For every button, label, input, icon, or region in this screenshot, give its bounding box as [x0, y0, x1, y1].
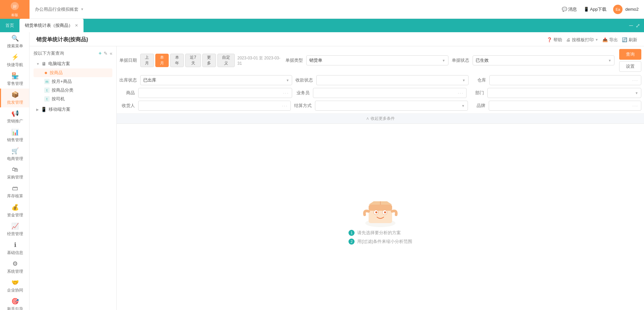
receiver-input[interactable]: ··· — [138, 101, 291, 111]
date-filter-group: 上月 本月 本年 近7天 更多 自定义 2023-03-01 至 2023-03… — [140, 54, 282, 67]
tree-item-by-month-goods[interactable]: m 按月+商品 — [34, 77, 112, 86]
query-btn-group: 查询 设置 — [616, 49, 641, 72]
settle-dropdown-icon: ▼ — [462, 104, 465, 108]
tab-sales-stat[interactable]: 销货单统计表（按商品） ✕ — [19, 19, 84, 32]
export-icon: 📤 — [602, 37, 608, 42]
driver-icon: t — [44, 96, 50, 102]
sidebar-item-finance[interactable]: 💰 资金管理 — [0, 201, 29, 220]
search-icon: 🔍 — [11, 35, 19, 42]
date-btn-this-month[interactable]: 本月 — [155, 54, 169, 67]
collab-icon: 🤝 — [11, 279, 19, 286]
collapse-panel-btn[interactable]: « — [110, 51, 112, 56]
sidebar-item-inventory[interactable]: 🗃 库存核算 — [0, 183, 29, 201]
sidebar-item-system[interactable]: ⚙ 系统管理 — [0, 258, 29, 276]
tab-minimize-icon[interactable]: ─ — [629, 22, 633, 29]
page-title: 销货单统计表(按商品) — [36, 36, 88, 43]
out-select[interactable]: 已出库 ▼ — [140, 75, 292, 85]
sidebar-item-ecommerce[interactable]: 🛒 电商管理 — [0, 145, 29, 164]
settle-label: 结算方式 — [293, 103, 313, 109]
tab-home[interactable]: 首页 — [0, 19, 19, 32]
tree-group-mobile: ▶ 📱 移动端方案 — [34, 105, 112, 114]
print-btn[interactable]: 🖨 按模板打印 ▼ — [566, 37, 598, 43]
hint-num-2: 2 — [348, 239, 355, 245]
logo-area: 好 标版 — [0, 0, 30, 19]
warehouse-select[interactable]: ··· — [489, 75, 641, 85]
month-goods-icon: m — [44, 79, 50, 84]
dropdown-arrow-icon[interactable]: ▼ — [80, 7, 84, 11]
print-dropdown-icon[interactable]: ▼ — [595, 38, 598, 42]
sidebar-item-operations[interactable]: 📈 经营管理 — [0, 220, 29, 239]
staff-label: 业务员 — [294, 90, 311, 96]
sidebar-item-search[interactable]: 🔍 搜索菜单 — [0, 32, 29, 51]
add-scheme-btn[interactable]: + — [99, 50, 102, 56]
date-btn-7days[interactable]: 近7天 — [185, 54, 201, 67]
tree-item-by-driver[interactable]: t 按司机 — [34, 95, 112, 103]
staff-input[interactable]: ··· — [313, 88, 467, 98]
status-select[interactable]: 已生效 ▼ — [473, 55, 614, 65]
receiver-label: 收货人 — [119, 103, 136, 109]
warehouse-dots-icon: ··· — [632, 78, 638, 83]
user-area[interactable]: Ea demo2 — [613, 5, 639, 14]
export-btn[interactable]: 📤 导出 — [602, 37, 618, 43]
tree-group-mobile-header[interactable]: ▶ 📱 移动端方案 — [34, 105, 112, 114]
edit-scheme-btn[interactable]: ✎ — [104, 51, 108, 56]
retail-icon: 🏪 — [11, 72, 19, 80]
message-icon: 💬 — [562, 7, 567, 12]
tree-group-pc-header[interactable]: ▼ 🖥 电脑端方案 — [34, 59, 112, 68]
wholesale-icon: 📦 — [11, 91, 19, 98]
date-btn-last-month[interactable]: 上月 — [140, 54, 154, 67]
tree-item-by-goods-cat[interactable]: t 按商品分类 — [34, 86, 112, 95]
goods-label: 商品 — [119, 90, 136, 96]
goods-input[interactable]: ··· — [138, 88, 292, 98]
ecommerce-icon: 🛒 — [11, 147, 19, 155]
mobile-icon: 📱 — [41, 107, 47, 112]
status-label: 单据状态 — [450, 57, 471, 63]
left-panel-title: 按以下方案查询 — [34, 50, 64, 56]
sidebar-item-retail[interactable]: 🏪 零售管理 — [0, 70, 29, 89]
left-panel: 按以下方案查询 + ✎ « ▼ 🖥 电脑端方案 — [30, 46, 117, 310]
settings-button[interactable]: 设置 — [619, 61, 641, 72]
sidebar-item-guide[interactable]: 🎯 新手引导 — [0, 295, 29, 310]
tab-close-icon[interactable]: ✕ — [75, 23, 78, 28]
dept-select[interactable]: ▼ — [487, 88, 641, 98]
collapse-more-btn[interactable]: ∧ 收起更多条件 — [117, 114, 644, 124]
dept-dropdown-icon: ▼ — [635, 91, 638, 95]
svg-point-8 — [375, 211, 377, 213]
recv-label: 收款状态 — [294, 77, 314, 83]
refresh-icon: 🔄 — [622, 37, 627, 42]
tab-maximize-icon[interactable]: ⤢ — [636, 22, 640, 29]
recv-select[interactable]: ▼ — [316, 75, 468, 85]
date-btn-more[interactable]: 更多 — [202, 54, 216, 67]
sidebar: 🔍 搜索菜单 ⚡ 快捷导航 🏪 零售管理 📦 批发管理 📢 营销推广 📊 销售管… — [0, 32, 30, 310]
filter-row4: 收货人 ··· 结算方式 ▼ 品牌 ··· — [117, 99, 644, 113]
sidebar-item-basic[interactable]: ℹ 基础信息 — [0, 239, 29, 258]
type-select[interactable]: 销货单 ▼ — [306, 55, 448, 65]
page-header: 销货单统计表(按商品) ❓ 帮助 🖨 按模板打印 ▼ 📤 导出 🔄 刷新 — [30, 32, 644, 46]
help-icon: ❓ — [547, 37, 552, 42]
date-btn-this-year[interactable]: 本年 — [170, 54, 184, 67]
sidebar-item-marketing[interactable]: 📢 营销推广 — [0, 107, 29, 126]
sidebar-item-wholesale[interactable]: 📦 批发管理 — [0, 89, 29, 107]
sidebar-item-purchase[interactable]: 🛍 采购管理 — [0, 164, 29, 183]
empty-state-illustration — [359, 190, 402, 230]
left-panel-header: 按以下方案查询 + ✎ « — [34, 50, 112, 56]
sidebar-item-sales[interactable]: 📊 销售管理 — [0, 126, 29, 145]
help-btn[interactable]: ❓ 帮助 — [547, 37, 562, 43]
pc-icon: 🖥 — [42, 61, 46, 66]
tree-expand-icon: ▼ — [36, 62, 40, 66]
refresh-btn[interactable]: 🔄 刷新 — [622, 37, 637, 43]
finance-icon: 💰 — [11, 204, 19, 211]
date-btn-custom[interactable]: 自定义 — [217, 54, 235, 67]
settle-select[interactable]: ▼ — [315, 101, 468, 111]
message-btn[interactable]: 💬 消息 — [562, 6, 577, 12]
top-menu-hint[interactable]: 办公用品行业模拟账套 ▼ — [35, 6, 84, 12]
query-button[interactable]: 查询 — [619, 49, 641, 60]
sales-icon: 📊 — [11, 128, 19, 136]
empty-hint-2: 2 用[过滤]条件来缩小分析范围 — [348, 239, 412, 245]
tree-item-by-goods[interactable]: ● 按商品 — [34, 68, 112, 77]
brand-input[interactable]: ··· — [489, 101, 641, 111]
sidebar-item-collab[interactable]: 🤝 企业协同 — [0, 276, 29, 295]
sidebar-item-quicknav[interactable]: ⚡ 快捷导航 — [0, 51, 29, 70]
logo-subtitle: 标版 — [11, 13, 18, 17]
app-download-btn[interactable]: 📱 App下载 — [584, 6, 606, 12]
